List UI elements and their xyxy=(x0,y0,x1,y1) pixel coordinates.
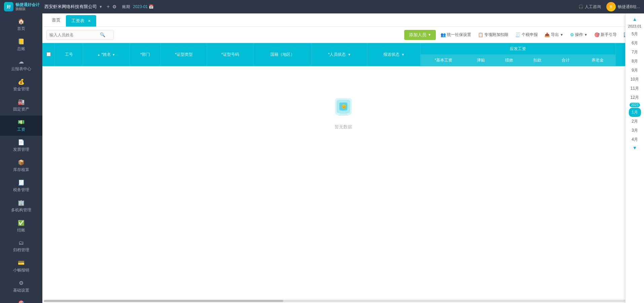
sort-up-icon: ▲ xyxy=(97,53,100,56)
th-status-label: *人员状态 xyxy=(328,52,346,57)
sidebar-item-multi-org[interactable]: 🏢 多机构管理 xyxy=(0,196,42,216)
th-status[interactable]: *人员状态 ▼ xyxy=(312,43,368,66)
export-button[interactable]: 📤 导出 ▼ xyxy=(542,31,565,39)
empty-illustration: 😊 xyxy=(330,93,357,120)
sidebar-item-home[interactable]: 🏠 首页 xyxy=(0,15,42,35)
month-item-4[interactable]: 4月 xyxy=(626,135,644,144)
month-up-arrow[interactable]: ▲ xyxy=(632,15,638,23)
content-area: 首页 工资表 ✕ 🔍 添加人员 ▼ 👥 统一社保设置 xyxy=(42,13,644,303)
sidebar-item-settlement[interactable]: ✅ 结账 xyxy=(0,216,42,236)
operations-button[interactable]: ⚙ 操作 ▼ xyxy=(568,31,590,39)
th-nationality: 国籍（地区） xyxy=(253,43,312,66)
add-chevron-icon: ▼ xyxy=(428,33,431,37)
special-deduction-button[interactable]: 📋 专项附加扣除 xyxy=(476,31,510,39)
month-item-5[interactable]: 5月 xyxy=(626,30,644,39)
service-button[interactable]: 🎧 人工咨询 xyxy=(578,4,601,10)
month-item-12[interactable]: 12月 xyxy=(626,93,644,102)
th-deduction-label: 扣款 xyxy=(533,58,541,62)
select-all-checkbox[interactable] xyxy=(46,52,51,56)
report-filter-icon[interactable]: ▼ xyxy=(401,53,405,56)
th-number-label: 工号 xyxy=(65,52,73,57)
period-value[interactable]: 2023-01 📅 xyxy=(133,4,154,9)
th-deduction: 扣款 xyxy=(523,55,552,66)
header-right: 🎧 人工咨询 B 畅捷通B组... xyxy=(578,2,640,11)
operations-icon: ⚙ xyxy=(570,32,574,37)
month-item-7[interactable]: 7月 xyxy=(626,48,644,57)
th-nationality-label: 国籍（地区） xyxy=(270,52,295,57)
fund-icon: 💰 xyxy=(18,79,25,85)
year-2023-badge: 2023 xyxy=(630,103,640,107)
add-company-button[interactable]: + xyxy=(107,4,110,10)
user-area[interactable]: B 畅捷通B组... xyxy=(606,2,640,11)
sidebar-item-guide[interactable]: 🎯 新手引导 xyxy=(0,297,42,303)
logo-area: 好 畅捷通好会计 旗舰版 xyxy=(4,2,44,11)
settings-button[interactable]: ⚙ xyxy=(112,4,117,9)
service-label: 人工咨询 xyxy=(585,4,601,10)
month-item-1-active[interactable]: 1月 xyxy=(629,108,641,117)
checkbox-header[interactable] xyxy=(43,43,55,66)
horizontal-scrollbar[interactable] xyxy=(42,299,644,303)
app-logo: 好 xyxy=(4,2,13,11)
sidebar-item-fixed-assets[interactable]: 🏭 固定资产 xyxy=(0,95,42,116)
inventory-icon: 📦 xyxy=(18,159,25,166)
month-item-10[interactable]: 10月 xyxy=(626,75,644,84)
tab-home[interactable]: 首页 xyxy=(46,14,66,27)
sidebar-item-fund[interactable]: 💰 资金管理 xyxy=(0,75,42,95)
sidebar-label-home: 首页 xyxy=(17,26,25,32)
sidebar-item-inventory[interactable]: 📦 库存核算 xyxy=(0,156,42,176)
sidebar-item-basic[interactable]: ⚙ 基础设置 xyxy=(0,276,42,297)
scrollbar-thumb[interactable] xyxy=(44,300,283,302)
guide-button[interactable]: 🎯 新手引导 xyxy=(592,31,619,39)
sidebar-label-ledger: 总账 xyxy=(17,46,25,52)
header-actions: + ⚙ 账期 2023-01 📅 xyxy=(107,4,154,10)
month-item-6[interactable]: 6月 xyxy=(626,39,644,48)
month-item-9[interactable]: 9月 xyxy=(626,66,644,75)
social-security-icon: 👥 xyxy=(441,32,446,37)
tax-icon: 🧾 xyxy=(18,179,25,186)
th-pension-label: 养老金 xyxy=(592,58,604,62)
tax-report-icon: 🧾 xyxy=(515,32,521,37)
sidebar-item-tax[interactable]: 🧾 税务管理 xyxy=(0,176,42,196)
sidebar-label-fund: 资金管理 xyxy=(13,86,29,92)
search-input[interactable] xyxy=(49,33,100,37)
th-pension: 养老金 xyxy=(580,55,615,66)
status-filter-icon[interactable]: ▼ xyxy=(348,53,351,56)
th-report-status[interactable]: 报送状态 ▼ xyxy=(368,43,420,66)
gear-icon: ⚙ xyxy=(112,4,117,9)
th-basic-salary: *基本工资 xyxy=(420,55,467,66)
month-item-8[interactable]: 8月 xyxy=(626,57,644,66)
month-down-arrow[interactable]: ▼ xyxy=(632,144,638,152)
th-basic-label: *基本工资 xyxy=(435,58,453,62)
sidebar-item-archive[interactable]: 🗂 归档管理 xyxy=(0,236,42,256)
tax-report-button[interactable]: 🧾 个税申报 xyxy=(513,31,540,39)
export-label: 导出 xyxy=(551,32,559,38)
tab-salary-table[interactable]: 工资表 ✕ xyxy=(66,15,96,27)
th-id-type-label: *证型类型 xyxy=(175,52,193,57)
sidebar-label-org: 多机构管理 xyxy=(11,207,31,213)
add-person-button[interactable]: 添加人员 ▼ xyxy=(404,30,436,40)
month-item-3[interactable]: 3月 xyxy=(626,126,644,135)
company-selector[interactable]: 西安虾米网络科技有限公司 ▼ xyxy=(44,4,103,10)
sidebar-label-invoice: 发票管理 xyxy=(13,147,29,153)
month-item-11[interactable]: 11月 xyxy=(626,84,644,93)
sidebar-item-ledger[interactable]: 📒 总账 xyxy=(0,35,42,55)
cloud-icon: ☁ xyxy=(18,58,24,65)
guide-label: 新手引导 xyxy=(601,32,617,38)
social-security-button[interactable]: 👥 统一社保设置 xyxy=(439,31,473,39)
tab-salary-label: 工资表 xyxy=(71,18,84,23)
tab-close-icon[interactable]: ✕ xyxy=(88,19,91,23)
main-layout: 🏠 首页 📒 总账 ☁ 云报表中心 💰 资金管理 🏭 固定资产 💵 工资 📄 发… xyxy=(0,13,644,303)
table-body: 😊 暂无数据 xyxy=(43,66,644,157)
sidebar-item-salary[interactable]: 💵 工资 xyxy=(0,116,42,136)
sidebar-item-expense[interactable]: 💳 小畅报销 xyxy=(0,256,42,276)
th-name-label: *姓名 xyxy=(101,52,111,57)
sidebar-item-cloud-report[interactable]: ☁ 云报表中心 xyxy=(0,55,42,75)
expense-icon: 💳 xyxy=(18,260,25,266)
th-performance-label: 绩效 xyxy=(505,58,513,62)
scrollbar-track xyxy=(44,300,643,302)
sidebar-label-cloud: 云报表中心 xyxy=(11,66,31,72)
month-item-2[interactable]: 2月 xyxy=(626,117,644,126)
sidebar-item-invoice[interactable]: 📄 发票管理 xyxy=(0,136,42,156)
search-icon: 🔍 xyxy=(100,32,105,37)
table-header-row: 工号 ▲ *姓名 ▼ *部门 *证型类型 xyxy=(43,43,644,55)
